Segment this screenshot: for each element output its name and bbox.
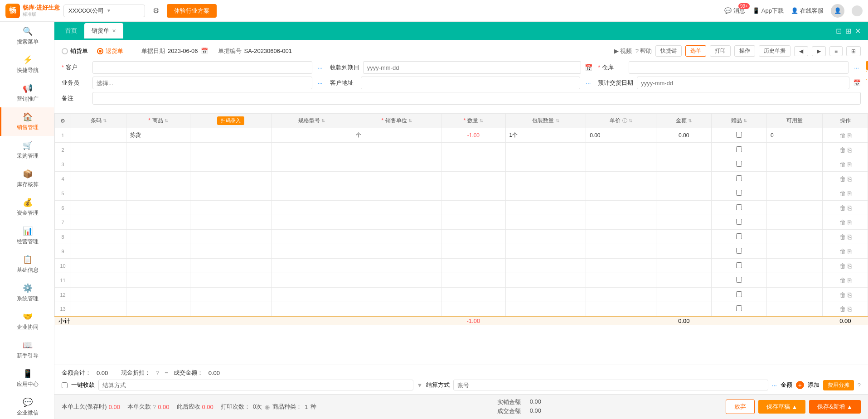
td-product-2[interactable] bbox=[126, 157, 190, 172]
td-qty-8[interactable] bbox=[441, 244, 505, 259]
td-unit-8[interactable] bbox=[352, 244, 441, 259]
td-amount-9[interactable] bbox=[656, 259, 712, 273]
td-unit-5[interactable] bbox=[352, 201, 441, 215]
copy-icon-2[interactable]: ⎘ bbox=[848, 161, 851, 168]
copy-icon-9[interactable]: ⎘ bbox=[848, 262, 851, 270]
td-unit-7[interactable] bbox=[352, 230, 441, 244]
td-spec-11[interactable] bbox=[272, 288, 352, 302]
sidebar-item-search[interactable]: 🔍 搜索菜单 bbox=[0, 22, 54, 50]
td-spec-1[interactable] bbox=[272, 143, 352, 157]
delete-icon-5[interactable]: 🗑 bbox=[839, 204, 846, 212]
tab-close-icon[interactable]: ✕ bbox=[112, 28, 116, 34]
delete-icon-8[interactable]: 🗑 bbox=[839, 248, 846, 255]
sidebar-item-sales[interactable]: 🏠 销售管理 bbox=[0, 107, 54, 136]
sidebar-item-inventory[interactable]: 📦 库存核算 bbox=[0, 164, 54, 193]
warehouse-input[interactable]: 建材仓 bbox=[629, 61, 849, 74]
td-product-5[interactable] bbox=[126, 201, 190, 215]
delete-icon-9[interactable]: 🗑 bbox=[839, 262, 846, 270]
td-unit-3[interactable] bbox=[352, 172, 441, 186]
td-price-9[interactable] bbox=[586, 259, 656, 273]
td-unit-1[interactable] bbox=[352, 143, 441, 157]
sidebar-item-quick-nav[interactable]: ⚡ 快捷导航 bbox=[0, 50, 54, 79]
td-amount-0[interactable]: 0.00 bbox=[656, 128, 712, 143]
next-btn[interactable]: ▶ bbox=[812, 46, 826, 56]
radio-return[interactable]: 退货单 bbox=[97, 47, 123, 55]
td-price-12[interactable] bbox=[586, 302, 656, 317]
fee-btn[interactable]: 费用分摊 bbox=[823, 380, 854, 390]
td-barcode-2[interactable] bbox=[71, 157, 126, 172]
td-product-3[interactable] bbox=[126, 172, 190, 186]
due-date-input[interactable] bbox=[363, 61, 582, 74]
td-price-11[interactable] bbox=[586, 288, 656, 302]
td-amount-6[interactable] bbox=[656, 215, 712, 230]
copy-icon-11[interactable]: ⎘ bbox=[848, 291, 851, 299]
td-qty-0[interactable]: -1.00 bbox=[441, 128, 505, 143]
delete-icon-6[interactable]: 🗑 bbox=[839, 219, 846, 226]
td-qty-12[interactable] bbox=[441, 302, 505, 317]
save-draft-button[interactable]: 保存草稿 ▲ bbox=[758, 400, 806, 414]
td-price-2[interactable] bbox=[586, 157, 656, 172]
td-pkg-qty-6[interactable] bbox=[505, 215, 586, 230]
delete-icon-2[interactable]: 🗑 bbox=[839, 161, 846, 168]
warehouse-ellipsis-icon[interactable]: ··· bbox=[852, 64, 861, 71]
sidebar-item-basic[interactable]: 📋 基础信息 bbox=[0, 250, 54, 279]
td-barcode-8[interactable] bbox=[71, 244, 126, 259]
td-gift-6[interactable] bbox=[712, 215, 767, 230]
td-gift-9[interactable] bbox=[712, 259, 767, 273]
company-selector[interactable]: XXXXXX公司 ▼ bbox=[63, 5, 145, 17]
td-price-7[interactable] bbox=[586, 230, 656, 244]
td-product-7[interactable] bbox=[126, 230, 190, 244]
expected-delivery-calendar-icon[interactable]: 📅 bbox=[853, 79, 861, 87]
add-btn[interactable]: + bbox=[796, 381, 804, 389]
td-unit-6[interactable] bbox=[352, 215, 441, 230]
td-barcode-11[interactable] bbox=[71, 288, 126, 302]
td-qty-9[interactable] bbox=[441, 259, 505, 273]
td-gift-3[interactable] bbox=[712, 172, 767, 186]
td-pkg-qty-4[interactable] bbox=[505, 186, 586, 201]
message-icon-item[interactable]: 💬 消息 99+ bbox=[724, 7, 745, 15]
td-qty-2[interactable] bbox=[441, 157, 505, 172]
td-gift-7[interactable] bbox=[712, 230, 767, 244]
grid-view-btn[interactable]: ⊞ bbox=[846, 46, 861, 56]
td-product-12[interactable] bbox=[126, 302, 190, 317]
td-spec-7[interactable] bbox=[272, 230, 352, 244]
delete-icon-10[interactable]: 🗑 bbox=[839, 277, 846, 284]
td-spec-10[interactable] bbox=[272, 273, 352, 288]
note-input[interactable] bbox=[92, 92, 861, 105]
td-unit-12[interactable] bbox=[352, 302, 441, 317]
customer-addr-ellipsis-icon[interactable]: ··· bbox=[584, 80, 592, 87]
td-pkg-qty-2[interactable] bbox=[505, 157, 586, 172]
td-product-4[interactable] bbox=[126, 186, 190, 201]
copy-icon-3[interactable]: ⎘ bbox=[848, 175, 851, 183]
delete-icon-0[interactable]: 🗑 bbox=[839, 132, 846, 139]
sidebar-item-enterprise[interactable]: 🤝 企业协同 bbox=[0, 307, 54, 336]
copy-icon-12[interactable]: ⎘ bbox=[848, 305, 851, 313]
td-qty-4[interactable] bbox=[441, 186, 505, 201]
td-gift-0[interactable] bbox=[712, 128, 767, 143]
td-barcode-12[interactable] bbox=[71, 302, 126, 317]
delete-icon-4[interactable]: 🗑 bbox=[839, 190, 846, 197]
td-unit-9[interactable] bbox=[352, 259, 441, 273]
td-gift-5[interactable] bbox=[712, 201, 767, 215]
scan-btn[interactable]: 扫码录入 bbox=[217, 116, 244, 125]
td-spec-12[interactable] bbox=[272, 302, 352, 317]
payment-method-dropdown-icon[interactable]: ▼ bbox=[417, 382, 423, 389]
td-price-10[interactable] bbox=[586, 273, 656, 288]
sidebar-item-purchase[interactable]: 🛒 采购管理 bbox=[0, 136, 54, 164]
copy-icon-7[interactable]: ⎘ bbox=[848, 233, 851, 241]
delete-icon-11[interactable]: 🗑 bbox=[839, 291, 846, 299]
tab-close-all-icon[interactable]: ✕ bbox=[855, 27, 861, 35]
td-gift-10[interactable] bbox=[712, 273, 767, 288]
list-view-btn[interactable]: ≡ bbox=[829, 46, 843, 56]
sidebar-item-system[interactable]: ⚙️ 系统管理 bbox=[0, 279, 54, 307]
td-barcode-0[interactable] bbox=[71, 128, 126, 143]
td-barcode-9[interactable] bbox=[71, 259, 126, 273]
td-unit-0[interactable]: 个 bbox=[352, 128, 441, 143]
sidebar-item-newbie[interactable]: 📖 新手引导 bbox=[0, 336, 54, 364]
td-pkg-qty-5[interactable] bbox=[505, 201, 586, 215]
print-btn[interactable]: 打印 bbox=[710, 45, 731, 57]
online-service-item[interactable]: 👤 在线客服 bbox=[791, 7, 824, 15]
td-price-6[interactable] bbox=[586, 215, 656, 230]
th-scan[interactable]: 扫码录入 bbox=[190, 114, 272, 128]
calendar-icon[interactable]: 📅 bbox=[201, 48, 208, 54]
